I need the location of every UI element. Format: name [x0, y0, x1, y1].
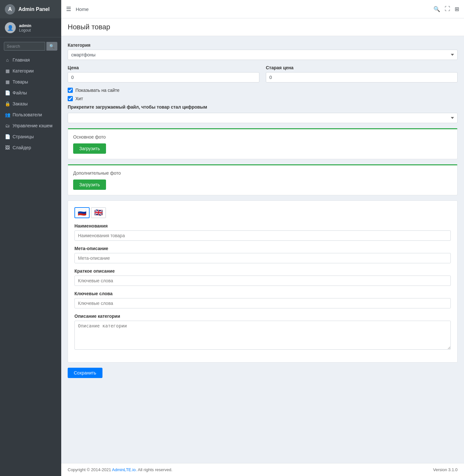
price-row: Цена Старая цена — [68, 65, 458, 88]
footer-version: Version 3.1.0 — [433, 467, 458, 472]
sidebar-nav: ⌂ Главная ▦ Категории ▦ Товары 📄 Файлы 🔒 — [0, 54, 61, 153]
short-desc-input[interactable] — [74, 276, 451, 286]
sidebar-item-pages-label: Страницы — [13, 134, 34, 139]
content-wrapper: Новый товар Категория смартфоны планшеты… — [61, 18, 464, 476]
main-photo-section: Основное фото Загрузить — [68, 128, 458, 159]
show-on-site-label: Показывать на сайте — [75, 88, 120, 93]
main-photo-title: Основное фото — [73, 134, 452, 140]
brand-icon: A — [5, 4, 15, 15]
sidebar-item-pages[interactable]: 📄 Страницы — [0, 131, 61, 142]
navbar-home-link[interactable]: Home — [76, 6, 89, 12]
sidebar-search-form: 🔍 — [0, 40, 61, 53]
show-on-site-group: Показывать на сайте — [68, 88, 458, 93]
lang-tabs: 🇷🇺 🇬🇧 — [74, 207, 451, 218]
sidebar-item-orders-label: Заказы — [13, 101, 28, 106]
price-input[interactable] — [68, 72, 259, 83]
old-price-input[interactable] — [266, 72, 458, 83]
sidebar-item-home[interactable]: ⌂ Главная — [0, 54, 61, 65]
hit-label: Хит — [75, 96, 83, 101]
keywords-group: Ключевые слова — [74, 291, 451, 308]
keywords-label: Ключевые слова — [74, 291, 451, 296]
sidebar-item-users[interactable]: 👥 Пользователи — [0, 109, 61, 120]
main-photo-upload-button[interactable]: Загрузить — [73, 143, 106, 154]
hit-checkbox[interactable] — [68, 96, 73, 101]
extra-photo-title: Дополнительные фото — [73, 170, 452, 176]
show-on-site-checkbox[interactable] — [68, 88, 73, 93]
slider-icon: 🖼 — [5, 145, 10, 150]
price-label: Цена — [68, 65, 259, 70]
footer-link[interactable]: AdminLTE.io. — [112, 467, 137, 472]
files-icon: 📄 — [5, 90, 10, 95]
users-icon: 👥 — [5, 112, 10, 117]
old-price-group: Старая цена — [266, 65, 458, 83]
sidebar-user: 👤 admin Logout — [0, 18, 61, 37]
old-price-label: Старая цена — [266, 65, 458, 70]
home-icon: ⌂ — [5, 57, 10, 63]
name-group: Наименования — [74, 223, 451, 241]
logout-link[interactable]: Logout — [19, 28, 31, 33]
sidebar-item-cache-label: Управление кэшем — [13, 123, 53, 128]
ru-flag-icon: 🇷🇺 — [78, 209, 86, 216]
attach-group: Прикрепите загружаемый файл, чтобы товар… — [68, 104, 458, 123]
sidebar-item-slider-label: Слайдер — [13, 145, 31, 150]
save-section: Сохранить — [68, 368, 458, 378]
desc-label: Описание категории — [74, 314, 451, 319]
sidebar-item-orders[interactable]: 🔒 Заказы — [0, 98, 61, 109]
save-button[interactable]: Сохранить — [68, 368, 102, 378]
category-group: Категория смартфоны планшеты ноутбуки ак… — [68, 43, 458, 60]
hit-group: Хит — [68, 96, 458, 101]
sidebar-item-cache[interactable]: 🗂 Управление кэшем — [0, 120, 61, 131]
name-label: Наименования — [74, 223, 451, 228]
lang-tab-en[interactable]: 🇬🇧 — [91, 207, 106, 218]
sidebar-item-home-label: Главная — [13, 57, 30, 63]
sidebar-item-categories[interactable]: ▦ Категории — [0, 65, 61, 76]
content-body: Категория смартфоны планшеты ноутбуки ак… — [61, 36, 464, 463]
footer-copyright: Copyright © 2014-2021 — [68, 467, 112, 472]
pages-icon: 📄 — [5, 134, 10, 139]
top-navbar: ☰ Home 🔍 ⛶ ⊞ — [61, 0, 464, 18]
desc-textarea[interactable] — [74, 321, 451, 350]
username: admin — [19, 23, 31, 28]
short-desc-label: Краткое описание — [74, 268, 451, 274]
content-header: Новый товар — [61, 18, 464, 36]
desc-group: Описание категории — [74, 314, 451, 351]
products-icon: ▦ — [5, 79, 10, 84]
footer-rights: All rights reserved. — [137, 467, 173, 472]
search-input[interactable] — [4, 42, 45, 51]
navbar-search-button[interactable]: 🔍 — [433, 6, 440, 13]
brand-title: Admin Panel — [18, 6, 50, 12]
sidebar-item-files-label: Файлы — [13, 90, 27, 95]
extra-photo-section: Дополнительные фото Загрузить — [68, 164, 458, 195]
sidebar-item-slider[interactable]: 🖼 Слайдер — [0, 142, 61, 153]
navbar-grid-button[interactable]: ⊞ — [455, 6, 459, 13]
sidebar-brand: A Admin Panel — [0, 0, 61, 18]
categories-icon: ▦ — [5, 68, 10, 73]
category-label: Категория — [68, 43, 458, 48]
lang-tab-ru[interactable]: 🇷🇺 — [74, 207, 90, 218]
meta-group: Мета-описание — [74, 246, 451, 263]
search-button[interactable]: 🔍 — [46, 42, 57, 51]
en-flag-icon: 🇬🇧 — [94, 209, 103, 216]
sidebar-item-categories-label: Категории — [13, 68, 34, 73]
navbar-expand-button[interactable]: ⛶ — [445, 6, 450, 12]
short-desc-group: Краткое описание — [74, 268, 451, 286]
sidebar-item-files[interactable]: 📄 Файлы — [0, 87, 61, 98]
navbar-toggle-button[interactable]: ☰ — [66, 5, 71, 13]
sidebar-item-products[interactable]: ▦ Товары — [0, 76, 61, 87]
keywords-input[interactable] — [74, 298, 451, 308]
main-footer: Copyright © 2014-2021 AdminLTE.io. All r… — [61, 463, 464, 476]
avatar: 👤 — [5, 22, 16, 33]
price-group: Цена — [68, 65, 259, 83]
attach-select[interactable] — [68, 113, 458, 123]
meta-input[interactable] — [74, 253, 451, 263]
sidebar-item-users-label: Пользователи — [13, 112, 42, 117]
orders-icon: 🔒 — [5, 101, 10, 106]
sidebar-item-products-label: Товары — [13, 79, 28, 84]
meta-label: Мета-описание — [74, 246, 451, 251]
category-select[interactable]: смартфоны планшеты ноутбуки аксессуары — [68, 50, 458, 60]
name-input[interactable] — [74, 230, 451, 241]
sidebar: A Admin Panel 👤 admin Logout 🔍 ⌂ Главная — [0, 0, 61, 476]
attach-label: Прикрепите загружаемый файл, чтобы товар… — [68, 104, 458, 110]
extra-photo-upload-button[interactable]: Загрузить — [73, 180, 106, 190]
cache-icon: 🗂 — [5, 123, 10, 128]
